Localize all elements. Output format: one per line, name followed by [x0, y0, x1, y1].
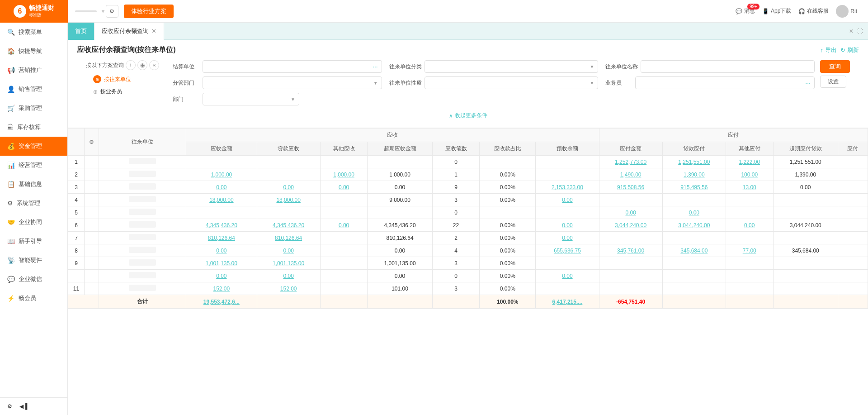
table-cell[interactable]: 0.00	[186, 181, 257, 194]
table-cell[interactable]	[257, 206, 320, 219]
unit-name-input[interactable]	[641, 60, 815, 73]
table-cell[interactable]	[726, 270, 773, 282]
sidebar-item-enterprise[interactable]: 🤝 企业协同	[0, 213, 67, 232]
sidebar-item-guide[interactable]: 📖 新手引导	[0, 232, 67, 251]
table-cell[interactable]	[536, 168, 599, 181]
gear-button[interactable]: ⚙	[106, 5, 118, 18]
table-cell[interactable]	[257, 168, 320, 181]
table-cell[interactable]: 3,044,240.00	[599, 219, 662, 232]
table-cell[interactable]: 4,345,436.20	[186, 219, 257, 232]
table-cell[interactable]	[599, 194, 662, 206]
collapse-scheme-button[interactable]: «	[149, 60, 159, 70]
table-cell[interactable]: 0.00	[536, 219, 599, 232]
trial-button[interactable]: 体验行业方案	[124, 5, 174, 18]
table-cell[interactable]: 2,153,333.00	[536, 181, 599, 194]
sidebar-item-marketing[interactable]: 📢 营销推广	[0, 61, 67, 80]
sidebar-item-member[interactable]: ⚡ 畅会员	[0, 289, 67, 308]
table-cell[interactable]: 1,222.00	[726, 156, 773, 168]
table-cell[interactable]: 0.00	[320, 219, 368, 232]
sidebar-settings-icon[interactable]: ⚙	[7, 403, 12, 410]
table-cell[interactable]: 0.00	[662, 206, 726, 219]
table-cell[interactable]	[726, 282, 773, 295]
sidebar-item-basic-info[interactable]: 📋 基础信息	[0, 175, 67, 194]
table-cell[interactable]	[320, 244, 368, 257]
settlement-dots[interactable]: ···	[373, 63, 378, 70]
table-cell[interactable]	[320, 282, 368, 295]
collapse-bar[interactable]: ∧ 收起更多条件	[86, 109, 850, 122]
table-cell[interactable]: 1,251,551.00	[662, 156, 726, 168]
table-cell[interactable]: 0.00	[257, 181, 320, 194]
table-cell[interactable]	[320, 194, 368, 206]
refresh-button[interactable]: ↻ 刷新	[840, 46, 859, 54]
table-cell[interactable]: 152.00	[186, 282, 257, 295]
table-cell[interactable]: 1,390.00	[662, 168, 726, 181]
table-cell[interactable]: 1,001,135.00	[257, 257, 320, 270]
table-cell[interactable]	[726, 194, 773, 206]
table-cell[interactable]: 0.00	[726, 219, 773, 232]
sidebar-item-purchase[interactable]: 🛒 采购管理	[0, 99, 67, 118]
table-cell[interactable]: 4,345,436.20	[257, 219, 320, 232]
table-cell[interactable]: 1,490.00	[599, 168, 662, 181]
table-cell[interactable]: 0.00	[320, 181, 368, 194]
table-cell[interactable]: 0.00	[257, 270, 320, 282]
table-cell[interactable]: 0.00	[536, 232, 599, 244]
filter-settings-button[interactable]: 设置	[820, 76, 846, 88]
table-cell[interactable]	[599, 282, 662, 295]
settlement-input[interactable]: ···	[203, 60, 382, 73]
table-cell[interactable]	[662, 282, 726, 295]
table-cell[interactable]: 0.00	[599, 206, 662, 219]
table-cell[interactable]: 0.00	[536, 194, 599, 206]
table-cell[interactable]: 810,126.64	[186, 232, 257, 244]
table-cell[interactable]	[536, 257, 599, 270]
table-cell[interactable]: 100.00	[726, 168, 773, 181]
export-button[interactable]: ↑ 导出	[821, 46, 837, 54]
table-cell[interactable]	[662, 194, 726, 206]
tab-home[interactable]: 首页	[68, 23, 94, 40]
sidebar-item-search-menu[interactable]: 🔍 搜索菜单	[0, 23, 67, 42]
table-cell[interactable]: 0.00	[186, 244, 257, 257]
table-cell[interactable]	[662, 232, 726, 244]
table-cell[interactable]	[599, 270, 662, 282]
table-cell[interactable]: 810,126.64	[257, 232, 320, 244]
table-cell[interactable]: 0.00	[257, 244, 320, 257]
table-cell[interactable]: 915,495.56	[662, 181, 726, 194]
table-cell[interactable]: 18,000.00	[186, 194, 257, 206]
table-cell[interactable]: 0.00	[186, 270, 257, 282]
table-cell[interactable]	[726, 206, 773, 219]
salesperson-input[interactable]: ···	[635, 76, 815, 89]
table-cell[interactable]	[726, 257, 773, 270]
table-cell[interactable]: 1,252,773.00	[599, 156, 662, 168]
scheme-by-staff[interactable]: ⊕ 按业务员	[90, 86, 167, 97]
sidebar-item-quick-nav[interactable]: 🏠 快捷导航	[0, 42, 67, 61]
table-cell[interactable]	[320, 270, 368, 282]
table-cell[interactable]: 345,761.00	[599, 244, 662, 257]
table-cell[interactable]: 1,000.00	[186, 168, 257, 181]
table-cell[interactable]	[599, 232, 662, 244]
table-cell[interactable]: 655,636.75	[536, 244, 599, 257]
table-cell[interactable]: 77.00	[726, 244, 773, 257]
query-button[interactable]: 查询	[820, 60, 850, 73]
table-cell[interactable]: 13.00	[726, 181, 773, 194]
edit-scheme-button[interactable]: ◉	[137, 60, 147, 70]
scheme-by-unit[interactable]: ⊕ 按往来单位	[90, 74, 167, 85]
sidebar-item-operation[interactable]: 📊 经营管理	[0, 156, 67, 175]
tab-close-icon[interactable]: ✕	[151, 28, 156, 34]
sidebar-item-system[interactable]: ⚙ 系统管理	[0, 194, 67, 213]
salesperson-dots[interactable]: ···	[805, 79, 811, 86]
table-cell[interactable]	[536, 206, 599, 219]
table-cell[interactable]	[726, 232, 773, 244]
table-cell[interactable]	[186, 156, 257, 168]
table-cell[interactable]	[536, 282, 599, 295]
col-settings-icon[interactable]: ⚙	[89, 139, 94, 145]
table-cell[interactable]	[257, 156, 320, 168]
table-cell[interactable]: 1,001,135.00	[186, 257, 257, 270]
table-cell[interactable]: 18,000.00	[257, 194, 320, 206]
dept-manage-select[interactable]: ▼	[203, 76, 382, 89]
table-cell[interactable]: 915,508.56	[599, 181, 662, 194]
table-cell[interactable]	[536, 156, 599, 168]
table-cell[interactable]	[320, 156, 368, 168]
table-cell[interactable]: 0.00	[536, 270, 599, 282]
table-cell[interactable]: 345,684.00	[662, 244, 726, 257]
table-cell[interactable]	[320, 232, 368, 244]
sidebar-item-wechat[interactable]: 💬 企业微信	[0, 270, 67, 289]
